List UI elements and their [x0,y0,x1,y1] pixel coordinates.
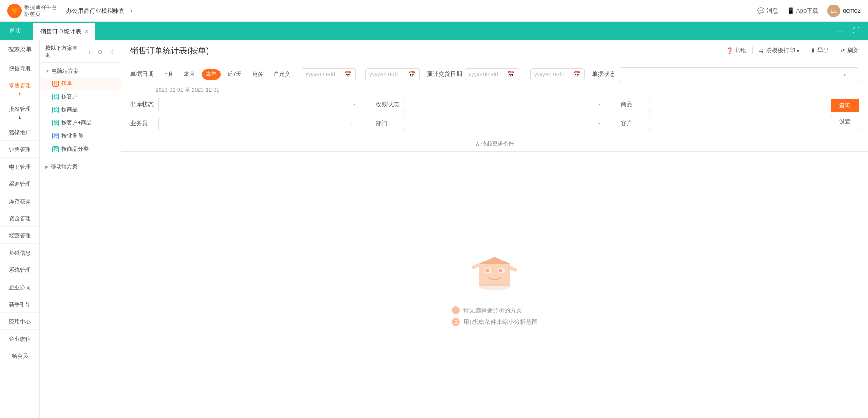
sidebar-item-quick-nav[interactable]: 快捷导航 [0,59,39,76]
query-btn-area: 查询 设置 [831,99,859,128]
sidebar-item-corpwechat[interactable]: 企业微信 [0,330,39,347]
scheme-panel-header: 按以下方案查询 + ⚙ 《 [40,40,121,63]
expected-date-start-input[interactable]: yyyy-mm-dd 📅 [465,68,519,80]
sidebar-item-inventory[interactable]: 库存核算 [0,192,39,209]
salesperson-input[interactable]: ... [158,117,368,130]
empty-state: 1 请先选择要分析的方案 2 用[过滤]条件来缩小分析范围 [121,152,868,418]
product-input[interactable]: ... [649,98,859,111]
scheme-item-by-customer[interactable]: 按 按客户 [40,90,121,103]
delivery-status-select[interactable]: ▾ [158,98,368,111]
calendar-icon-end: 📅 [408,71,415,78]
collapse-bar[interactable]: ∧ 收起更多条件 [121,136,868,151]
sidebar-search[interactable]: 搜索菜单 [0,40,39,59]
date-label: 单据日期 [130,70,156,78]
newbie-label: 新手引导 [9,301,31,309]
payment-status-select[interactable]: ▾ [404,98,614,111]
this-year-btn[interactable]: 本年 [202,69,221,80]
left-sidebar: 搜索菜单 快捷导航 零售管理 ▼ 批发管理 ▲ 营销推广 销售管理 电商管理 采… [0,40,40,418]
sidebar-item-appcenter[interactable]: 应用中心 [0,313,39,330]
by-product-icon: 按 [52,107,59,113]
print-arrow-icon: ▾ [797,48,799,53]
tab-home[interactable]: 首页 [0,22,31,40]
scheme-settings-button[interactable]: ⚙ [95,48,104,57]
sidebar-item-finance[interactable]: 资金管理 [0,209,39,227]
by-customer-product-label: 按客户+商品 [61,119,92,127]
sidebar-item-wholesale[interactable]: 批发管理 ▲ [0,100,39,124]
sidebar-item-marketing[interactable]: 营销推广 [0,124,39,141]
by-product-category-label: 按商品分类 [61,145,89,153]
more-btn[interactable]: 更多 [248,69,267,80]
divider-2 [805,48,805,54]
calendar-icon-exp-end: 📅 [573,71,580,78]
query-button[interactable]: 查询 [831,99,859,112]
expected-date-end-input[interactable]: yyyy-mm-dd 📅 [530,68,585,80]
window-minimize-button[interactable]: — [834,24,846,37]
last-month-btn[interactable]: 上月 [158,69,177,80]
scheme-panel: 按以下方案查询 + ⚙ 《 ▼ 电脑端方案 按 按单 按 [40,40,121,418]
refresh-button[interactable]: ↺ 刷新 [840,47,859,55]
message-icon: 💬 [757,7,764,14]
settings-button[interactable]: 设置 [831,115,859,128]
user-name: demo2 [843,7,861,14]
doc-status-select[interactable]: ▾ [620,67,859,81]
sidebar-item-basic[interactable]: 基础信息 [0,244,39,261]
refresh-icon: ↺ [840,48,845,54]
custom-btn[interactable]: 自定义 [270,69,294,80]
scheme-add-button[interactable]: + [85,48,94,57]
sidebar-item-member[interactable]: 畅会员 [0,347,39,364]
sidebar-item-purchase[interactable]: 采购管理 [0,175,39,192]
by-customer-label: 按客户 [61,93,78,100]
user-profile[interactable]: Ea demo2 [827,5,861,17]
basic-label: 基础信息 [9,249,31,257]
scheme-item-by-order[interactable]: 按 按单 [40,77,121,90]
date-start-input[interactable]: yyyy-mm-dd 📅 [302,68,356,80]
avatar: Ea [827,5,840,17]
scheme-group-mobile-label: 移动端方案 [51,163,78,171]
last-7-days-btn[interactable]: 近7天 [223,69,245,80]
sidebar-item-operations[interactable]: 经营管理 [0,227,39,244]
payment-status-label: 收款状态 [376,100,401,109]
scheme-item-by-product-category[interactable]: 按 按商品分类 [40,142,121,156]
tip-1-text: 请先选择要分析的方案 [463,306,522,314]
window-maximize-button[interactable]: ⛶ [850,24,863,37]
enterprise-label: 企业协同 [9,284,31,291]
tab-active[interactable]: 销售订单统计表 × [33,23,95,41]
sidebar-item-retail[interactable]: 零售管理 ▼ [0,76,39,100]
scheme-item-by-customer-product[interactable]: 按 按客户+商品 [40,116,121,129]
filter-area: 单据日期 上月 本月 本年 近7天 更多 自定义 yyyy-mm-dd 📅 [121,62,868,136]
sidebar-item-system[interactable]: 系统管理 [0,261,39,278]
date-separator: — [358,71,363,78]
filter-row-1: 单据日期 上月 本月 本年 近7天 更多 自定义 yyyy-mm-dd 📅 [130,67,859,81]
scheme-collapse-button[interactable]: 《 [106,48,115,57]
department-select[interactable]: ▾ [404,117,614,130]
scheme-group-pc-header[interactable]: ▼ 电脑端方案 [40,66,121,77]
message-button[interactable]: 💬 消息 [757,7,778,15]
sidebar-item-enterprise[interactable]: 企业协同 [0,278,39,295]
scheme-group-mobile-header[interactable]: ▶ 移动端方案 [40,161,121,172]
logo-area: 🧡 畅捷通好生意 标签页 [7,4,57,18]
app-title: 办公用品行业模拟账套 [66,7,125,15]
marketing-label: 营销推广 [9,129,31,137]
scheme-item-by-salesperson[interactable]: 按 按业务员 [40,129,121,142]
sidebar-item-sales[interactable]: 销售管理 [0,141,39,158]
search-label[interactable]: 搜索菜单 [4,45,36,53]
customer-input[interactable]: ... [649,117,859,130]
filter-wrapper: 销售订单统计表(按单) ❓ 帮助 🖨 按模板打印 ▾ [121,40,868,152]
this-month-btn[interactable]: 本月 [180,69,199,80]
app-title-dropdown[interactable]: ▾ [130,8,132,13]
date-end-input[interactable]: yyyy-mm-dd 📅 [365,68,420,80]
export-button[interactable]: ⬇ 导出 [811,47,829,55]
tab-close-button[interactable]: × [85,28,88,35]
header-left: 🧡 畅捷通好生意 标签页 办公用品行业模拟账套 ▾ [7,4,132,18]
doc-status-arrow-icon: ▾ [844,72,846,77]
by-salesperson-label: 按业务员 [61,132,83,140]
top-header: 🧡 畅捷通好生意 标签页 办公用品行业模拟账套 ▾ 💬 消息 📱 App下载 E… [0,0,868,22]
sidebar-item-newbie[interactable]: 新手引导 [0,295,39,313]
app-download-button[interactable]: 📱 App下载 [787,7,818,15]
help-button[interactable]: ❓ 帮助 [726,47,747,55]
salesperson-more-icon[interactable]: ... [351,120,355,127]
sidebar-item-ecommerce[interactable]: 电商管理 [0,158,39,175]
template-print-button[interactable]: 🖨 按模板打印 ▾ [758,47,799,55]
empty-illustration [467,243,522,299]
scheme-item-by-product[interactable]: 按 按商品 [40,103,121,116]
